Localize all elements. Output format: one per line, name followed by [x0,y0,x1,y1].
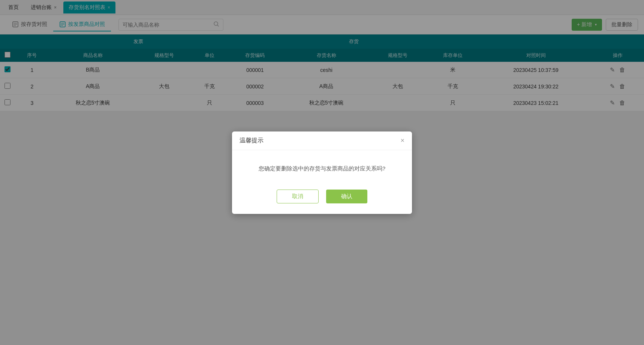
modal-cancel-button[interactable]: 取消 [277,190,319,203]
modal-body: 您确定要删除选中的存货与发票商品的对应关系吗? [232,150,412,184]
modal-confirm-button[interactable]: 确认 [326,190,367,203]
modal-overlay: 温馨提示 × 您确定要删除选中的存货与发票商品的对应关系吗? 取消 确认 [0,0,644,345]
modal-title: 温馨提示 [240,137,264,145]
modal-header: 温馨提示 × [232,131,412,150]
modal-message: 您确定要删除选中的存货与发票商品的对应关系吗? [259,165,385,172]
modal-footer: 取消 确认 [232,184,412,214]
modal-close-button[interactable]: × [400,137,404,144]
confirm-modal: 温馨提示 × 您确定要删除选中的存货与发票商品的对应关系吗? 取消 确认 [232,131,412,214]
